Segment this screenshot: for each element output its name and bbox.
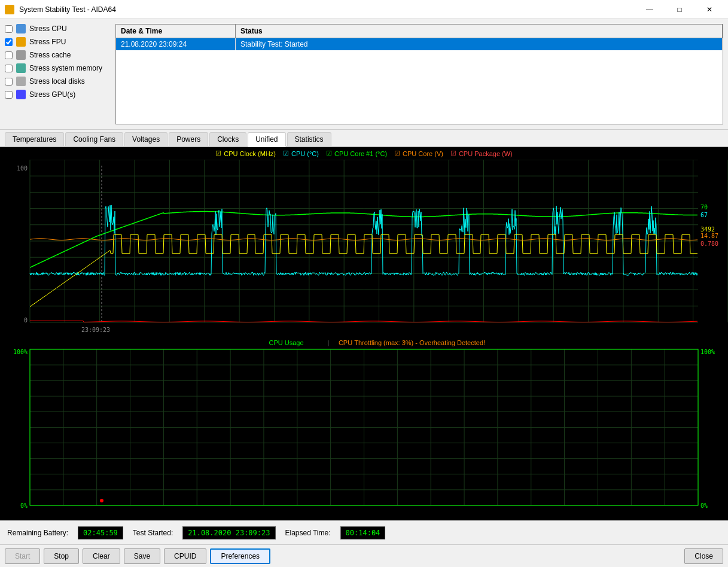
maximize-button[interactable]: □ bbox=[666, 0, 693, 19]
stress-memory-label: Stress system memory bbox=[29, 64, 102, 72]
test-started-label: Test Started: bbox=[133, 529, 173, 537]
stress-local-checkbox[interactable] bbox=[5, 78, 13, 86]
tab-clocks[interactable]: Clocks bbox=[209, 132, 246, 146]
elapsed-value: 00:14:04 bbox=[340, 526, 386, 539]
stop-button[interactable]: Stop bbox=[44, 548, 79, 564]
app-icon bbox=[5, 5, 14, 14]
tab-voltages[interactable]: Voltages bbox=[124, 132, 167, 146]
chart1-legend: ☑ CPU Clock (MHz) ☑ CPU (°C) ☑ CPU Core … bbox=[0, 147, 728, 160]
start-button[interactable]: Start bbox=[5, 548, 40, 564]
stress-cpu-item[interactable]: Stress CPU bbox=[5, 24, 106, 33]
legend-cpu-core-v[interactable]: ☑ CPU Core (V) bbox=[394, 150, 443, 157]
stress-memory-checkbox[interactable] bbox=[5, 65, 13, 72]
tab-temperatures[interactable]: Temperatures bbox=[5, 132, 64, 146]
stress-fpu-item[interactable]: Stress FPU bbox=[5, 37, 106, 47]
tab-statistics[interactable]: Statistics bbox=[287, 132, 331, 146]
stress-cache-label: Stress cache bbox=[29, 51, 71, 59]
stress-gpu-item[interactable]: Stress GPU(s) bbox=[5, 90, 106, 99]
chart2-canvas bbox=[0, 334, 728, 520]
minimize-button[interactable]: — bbox=[636, 0, 663, 19]
stress-memory-icon bbox=[16, 63, 26, 73]
stress-gpu-label: Stress GPU(s) bbox=[29, 90, 75, 99]
stress-cache-checkbox[interactable] bbox=[5, 51, 13, 59]
legend-cpu-clock[interactable]: ☑ CPU Clock (MHz) bbox=[215, 150, 276, 157]
log-row[interactable]: 21.08.2020 23:09:24 Stability Test: Star… bbox=[116, 38, 723, 50]
window-title: System Stability Test - AIDA64 bbox=[19, 5, 636, 14]
stress-fpu-label: Stress FPU bbox=[29, 38, 66, 46]
tab-powers[interactable]: Powers bbox=[169, 132, 208, 146]
legend-cpu-package-w[interactable]: ☑ CPU Package (W) bbox=[450, 150, 513, 157]
stress-fpu-icon bbox=[16, 37, 26, 47]
log-header-datetime: Date & Time bbox=[116, 25, 236, 38]
close-button[interactable]: ✕ bbox=[696, 0, 723, 19]
tab-unified[interactable]: Unified bbox=[248, 132, 285, 147]
charts-area: ☑ CPU Clock (MHz) ☑ CPU (°C) ☑ CPU Core … bbox=[0, 147, 728, 520]
stress-cpu-label: Stress CPU bbox=[29, 25, 67, 33]
stress-cpu-checkbox[interactable] bbox=[5, 25, 13, 33]
tabs-bar: Temperatures Cooling Fans Voltages Power… bbox=[0, 130, 728, 147]
stress-memory-item[interactable]: Stress system memory bbox=[5, 63, 106, 73]
log-header: Date & Time Status bbox=[116, 25, 723, 38]
main-content: Stress CPU Stress FPU Stress cache Stres… bbox=[0, 19, 728, 567]
battery-label: Remaining Battery: bbox=[7, 529, 68, 537]
stress-local-icon bbox=[16, 77, 26, 86]
stress-cache-item[interactable]: Stress cache bbox=[5, 50, 106, 60]
chart-cpu-usage bbox=[0, 334, 728, 520]
buttons-bar: Start Stop Clear Save CPUID Preferences … bbox=[0, 544, 728, 567]
stress-cpu-icon bbox=[16, 24, 26, 33]
stress-fpu-checkbox[interactable] bbox=[5, 38, 13, 46]
clear-button[interactable]: Clear bbox=[83, 548, 120, 564]
stress-local-item[interactable]: Stress local disks bbox=[5, 77, 106, 86]
window-controls: — □ ✕ bbox=[636, 0, 723, 19]
test-started-value: 21.08.2020 23:09:23 bbox=[182, 526, 275, 539]
save-button[interactable]: Save bbox=[124, 548, 160, 564]
log-panel: Date & Time Status 21.08.2020 23:09:24 S… bbox=[115, 24, 723, 124]
log-cell-status: Stability Test: Started bbox=[236, 38, 723, 50]
elapsed-label: Elapsed Time: bbox=[285, 529, 331, 537]
stress-options-panel: Stress CPU Stress FPU Stress cache Stres… bbox=[0, 19, 111, 129]
chart1-canvas bbox=[0, 160, 728, 334]
stress-local-label: Stress local disks bbox=[29, 77, 85, 86]
close-button-bar[interactable]: Close bbox=[684, 548, 723, 564]
tab-cooling-fans[interactable]: Cooling Fans bbox=[65, 132, 123, 146]
chart-cpu-metrics: ☑ CPU Clock (MHz) ☑ CPU (°C) ☑ CPU Core … bbox=[0, 147, 728, 334]
titlebar: System Stability Test - AIDA64 — □ ✕ bbox=[0, 0, 728, 19]
preferences-button[interactable]: Preferences bbox=[210, 548, 270, 564]
stress-gpu-icon bbox=[16, 90, 26, 99]
status-bar: Remaining Battery: 02:45:59 Test Started… bbox=[0, 520, 728, 544]
legend-cpu-core1-temp[interactable]: ☑ CPU Core #1 (°C) bbox=[326, 150, 387, 157]
stress-gpu-checkbox[interactable] bbox=[5, 91, 13, 99]
log-header-status: Status bbox=[236, 25, 723, 38]
legend-cpu-temp[interactable]: ☑ CPU (°C) bbox=[283, 150, 319, 157]
battery-value: 02:45:59 bbox=[78, 526, 123, 539]
log-cell-datetime: 21.08.2020 23:09:24 bbox=[116, 38, 236, 50]
top-panel: Stress CPU Stress FPU Stress cache Stres… bbox=[0, 19, 728, 130]
cpuid-button[interactable]: CPUID bbox=[164, 548, 206, 564]
stress-cache-icon bbox=[16, 50, 26, 60]
